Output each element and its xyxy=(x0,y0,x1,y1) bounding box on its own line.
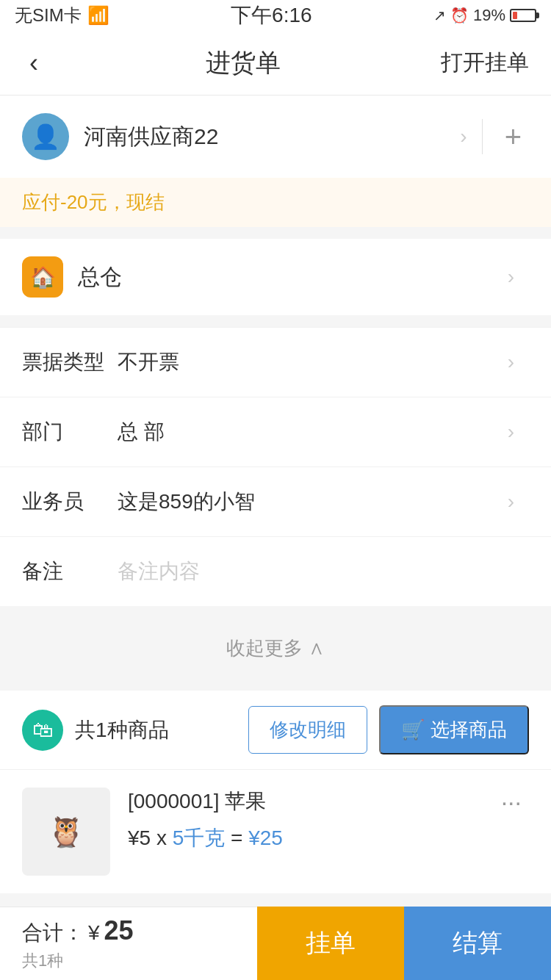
invoice-row[interactable]: 票据类型 不开票 › xyxy=(0,327,551,397)
product-count: 共1种商品 xyxy=(75,716,248,744)
product-price: ¥5 x 5千克 = ¥25 xyxy=(128,824,494,852)
bag-icon: 🛍 xyxy=(32,718,53,742)
hang-button[interactable]: 挂单 xyxy=(257,907,404,980)
product-section-card: 🛍 共1种商品 修改明细 🛒 选择商品 🦉 [0000001] 苹果 ¥5 xyxy=(0,691,551,893)
price-unit: ¥5 xyxy=(128,826,151,849)
remark-input[interactable]: 备注内容 xyxy=(118,558,529,586)
avatar-icon: 👤 xyxy=(31,123,60,151)
invoice-label: 票据类型 xyxy=(22,348,118,376)
collapse-button[interactable]: 收起更多 ∧ xyxy=(0,618,551,679)
quantity-value: 5千克 xyxy=(173,826,231,849)
sales-row[interactable]: 业务员 这是859的小智 › xyxy=(0,466,551,536)
warehouse-row[interactable]: 🏠 总仓 › xyxy=(0,239,551,315)
divider xyxy=(482,119,483,154)
main-content: 👤 河南供应商22 › + 应付-20元，现结 🏠 总仓 › 票据类型 不开票 … xyxy=(0,96,551,980)
remark-label: 备注 xyxy=(22,558,118,586)
status-left: 无SIM卡 📶 xyxy=(15,4,109,27)
dept-row[interactable]: 部门 总 部 › xyxy=(0,397,551,466)
payment-notice: 应付-20元，现结 xyxy=(0,178,551,227)
sales-value: 这是859的小智 xyxy=(118,488,508,516)
select-product-button[interactable]: 🛒 选择商品 xyxy=(379,705,529,754)
supplier-avatar: 👤 xyxy=(22,113,69,160)
modify-detail-button[interactable]: 修改明细 xyxy=(248,706,367,754)
product-thumbnail: 🦉 xyxy=(22,788,110,876)
product-header: 🛍 共1种商品 修改明细 🛒 选择商品 xyxy=(0,691,551,769)
product-icon: 🛍 xyxy=(22,710,63,751)
hang-label: 挂单 xyxy=(306,926,356,960)
warehouse-name: 总仓 xyxy=(78,262,508,292)
collapse-label: 收起更多 ∧ xyxy=(226,635,324,661)
remark-row[interactable]: 备注 备注内容 xyxy=(0,536,551,606)
carrier-label: 无SIM卡 xyxy=(15,4,82,27)
dept-label: 部门 xyxy=(22,418,118,446)
open-hang-button[interactable]: 打开挂单 xyxy=(441,48,529,78)
dept-value: 总 部 xyxy=(118,418,508,446)
invoice-chevron-icon: › xyxy=(508,350,514,374)
back-button[interactable]: ‹ xyxy=(22,40,46,86)
battery-icon xyxy=(510,9,536,22)
form-card: 票据类型 不开票 › 部门 总 部 › 业务员 这是859的小智 › 备注 备注… xyxy=(0,327,551,606)
price-total: ¥25 xyxy=(248,826,283,849)
product-info: [0000001] 苹果 ¥5 x 5千克 = ¥25 xyxy=(128,788,494,852)
supplier-name: 河南供应商22 xyxy=(84,122,460,152)
supplier-row[interactable]: 👤 河南供应商22 › + xyxy=(0,96,551,178)
page-title: 进货单 xyxy=(206,46,281,80)
product-more-button[interactable]: ··· xyxy=(494,788,529,816)
cart-icon: 🛒 xyxy=(401,718,425,741)
sales-label: 业务员 xyxy=(22,488,118,516)
dept-chevron-icon: › xyxy=(508,420,514,444)
status-right: ↗ ⏰ 19% xyxy=(433,6,536,25)
location-icon: ↗ xyxy=(433,7,446,24)
checkout-button[interactable]: 结算 xyxy=(404,907,551,980)
home-icon: 🏠 xyxy=(30,265,56,289)
product-thumb-icon: 🦉 xyxy=(48,815,84,849)
total-symbol: ¥ xyxy=(88,921,100,945)
nav-bar: ‹ 进货单 打开挂单 xyxy=(0,31,551,96)
status-time: 下午6:16 xyxy=(231,1,312,29)
status-bar: 无SIM卡 📶 下午6:16 ↗ ⏰ 19% xyxy=(0,0,551,31)
total-amount: 25 xyxy=(104,915,134,946)
select-product-label: 选择商品 xyxy=(431,717,507,743)
product-item: 🦉 [0000001] 苹果 ¥5 x 5千克 = ¥25 ··· xyxy=(0,769,551,893)
warehouse-chevron-icon: › xyxy=(508,265,514,289)
add-supplier-button[interactable]: + xyxy=(497,120,529,154)
product-code: [0000001] xyxy=(128,790,220,813)
supplier-chevron-icon: › xyxy=(460,125,467,148)
warehouse-card[interactable]: 🏠 总仓 › xyxy=(0,239,551,315)
warehouse-icon: 🏠 xyxy=(22,256,63,298)
total-label: 合计： xyxy=(22,919,84,947)
equals-sign: = xyxy=(231,826,248,849)
supplier-card: 👤 河南供应商22 › + 应付-20元，现结 xyxy=(0,96,551,227)
alarm-icon: ⏰ xyxy=(450,7,469,24)
footer-total: 合计： ¥ 25 共1种 xyxy=(0,907,257,980)
battery-percent: 19% xyxy=(473,6,505,25)
total-sub: 共1种 xyxy=(22,950,235,972)
product-title: 苹果 xyxy=(225,790,266,813)
footer: 合计： ¥ 25 共1种 挂单 结算 xyxy=(0,907,551,980)
invoice-value: 不开票 xyxy=(118,348,508,376)
sales-chevron-icon: › xyxy=(508,490,514,514)
total-main: 合计： ¥ 25 xyxy=(22,915,235,947)
checkout-label: 结算 xyxy=(453,926,503,960)
product-name: [0000001] 苹果 xyxy=(128,788,494,815)
price-separator: x xyxy=(156,826,173,849)
wifi-icon: 📶 xyxy=(87,5,109,26)
